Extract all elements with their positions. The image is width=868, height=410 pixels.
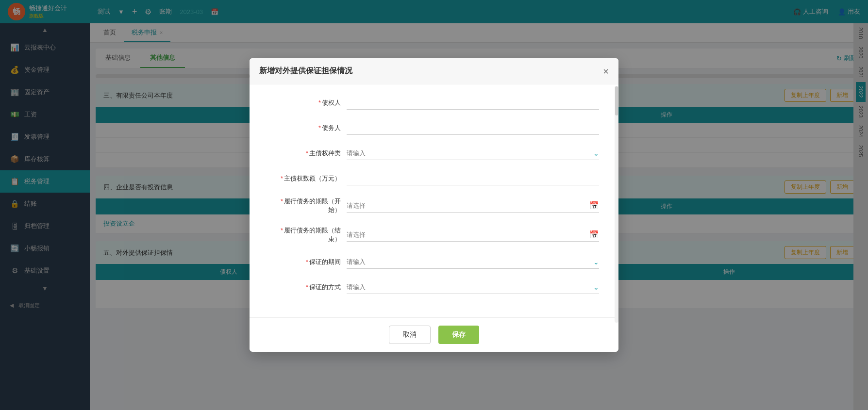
form-row-guarantee-period: *保证的期间 ⌄ — [269, 255, 599, 269]
duty-start-input[interactable] — [347, 199, 589, 212]
dialog-title: 新增对外提供保证担保情况 — [259, 66, 352, 76]
claim-amount-label: *主债权数额（万元） — [269, 174, 347, 183]
creditor-input[interactable] — [347, 96, 599, 110]
duty-end-input[interactable] — [347, 228, 589, 241]
dialog-body: *债权人 *债务人 *主债权种类 ⌄ — [250, 84, 618, 317]
guarantee-period-input[interactable] — [347, 255, 593, 268]
form-row-guarantee-method: *保证的方式 ⌄ — [269, 280, 599, 294]
debtor-input[interactable] — [347, 121, 599, 135]
dialog-close-btn[interactable]: × — [603, 66, 609, 76]
duty-start-calendar-icon[interactable]: 📅 — [589, 201, 599, 210]
save-button[interactable]: 保存 — [438, 326, 479, 344]
form-row-creditor: *债权人 — [269, 96, 599, 110]
claim-type-select[interactable]: ⌄ — [347, 147, 599, 160]
guarantee-method-arrow[interactable]: ⌄ — [593, 283, 599, 291]
duty-end-label: *履行债务的期限（结束） — [269, 226, 347, 244]
dialog-footer: 取消 保存 — [250, 317, 618, 352]
form-row-duty-end: *履行债务的期限（结束） 📅 — [269, 226, 599, 244]
cancel-button[interactable]: 取消 — [389, 326, 431, 344]
dialog-overlay: 新增对外提供保证担保情况 × *债权人 *债务人 * — [0, 0, 868, 410]
dialog: 新增对外提供保证担保情况 × *债权人 *债务人 * — [250, 58, 618, 352]
guarantee-method-input[interactable] — [347, 280, 593, 294]
claim-type-label: *主债权种类 — [269, 149, 347, 158]
guarantee-period-label: *保证的期间 — [269, 258, 347, 266]
creditor-label: *债权人 — [269, 98, 347, 107]
guarantee-period-select[interactable]: ⌄ — [347, 255, 599, 269]
form-row-claim-amount: *主债权数额（万元） — [269, 172, 599, 185]
guarantee-period-arrow[interactable]: ⌄ — [593, 258, 599, 266]
guarantee-method-label: *保证的方式 — [269, 283, 347, 292]
guarantee-method-select[interactable]: ⌄ — [347, 280, 599, 294]
debtor-label: *债务人 — [269, 124, 347, 132]
duty-start-date: 📅 — [347, 199, 599, 213]
dialog-scrollbar[interactable] — [615, 86, 618, 323]
claim-type-arrow[interactable]: ⌄ — [593, 149, 599, 157]
dialog-header: 新增对外提供保证担保情况 × — [250, 58, 618, 84]
form-row-debtor: *债务人 — [269, 121, 599, 135]
claim-amount-input[interactable] — [347, 172, 599, 185]
form-row-claim-type: *主债权种类 ⌄ — [269, 147, 599, 160]
dialog-scrollbar-thumb — [615, 86, 618, 115]
duty-end-calendar-icon[interactable]: 📅 — [589, 230, 599, 239]
claim-type-input[interactable] — [347, 147, 593, 160]
duty-start-label: *履行债务的期限（开始） — [269, 197, 347, 214]
duty-end-date: 📅 — [347, 228, 599, 242]
form-row-duty-start: *履行债务的期限（开始） 📅 — [269, 197, 599, 214]
